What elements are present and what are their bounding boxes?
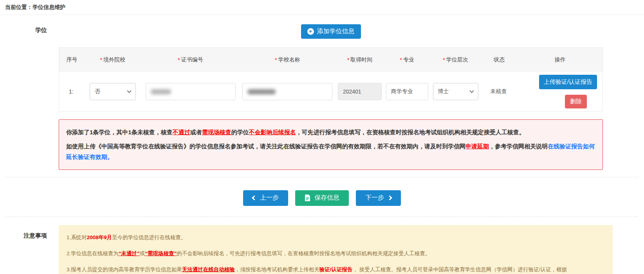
upload-report-button[interactable]: 上传验证/认证报告	[539, 75, 597, 89]
col-header-overseas: *境外院校	[83, 56, 142, 63]
chevron-down-icon	[469, 88, 474, 93]
breadcrumb: 当前位置：学位信息维护	[0, 0, 644, 15]
col-header-operation: 操作	[516, 56, 603, 63]
breadcrumb-label: 当前位置：学位信息维护	[5, 4, 65, 11]
add-degree-button-label: 添加学位信息	[317, 27, 355, 36]
degree-notice-box: 你添加了1条学位，其中1条未核查，核查不通过或者需现场核查的学位不会影响后续报名…	[59, 119, 603, 170]
degree-section: 学位 添加学位信息 序号 *境外院校 *证书编号 *学校名称 *取得时间 *专业…	[0, 24, 644, 170]
degree-level-select-value: 博士	[438, 88, 449, 95]
note-line-3: 3.报考人员提交的境内高等教育学历学位信息如果无法通过在线自动核验，须按报名地考…	[67, 266, 605, 274]
note-line-1: 1.系统对2008年9月至今的学位信息进行在线核查。	[67, 234, 605, 242]
note-line-2: 2.学位信息在线核查为“未通过”或“需现场核查”的不会影响后续报名，可先进行报考…	[67, 250, 605, 258]
degree-table-header: 序号 *境外院校 *证书编号 *学校名称 *取得时间 *专业 *学位层次 状态 …	[59, 48, 603, 72]
notes-box: 1.系统对2008年9月至今的学位信息进行在线核查。 2.学位信息在线核查为“未…	[59, 225, 613, 274]
save-info-button[interactable]: 保存信息	[295, 190, 349, 206]
notice-paragraph-1: 你添加了1条学位，其中1条未核查，核查不通过或者需现场核查的学位不会影响后续报名…	[66, 127, 595, 137]
overseas-select[interactable]: 否	[90, 83, 136, 100]
notes-section: 注意事项 1.系统对2008年9月至今的学位信息进行在线核查。 2.学位信息在线…	[0, 225, 644, 274]
table-row: 1: 否	[59, 72, 603, 111]
cert-no-input[interactable]	[146, 83, 236, 100]
next-step-label: 下一步	[365, 194, 384, 202]
status-badge: 未核查	[490, 88, 507, 95]
notes-section-content: 1.系统对2008年9月至今的学位信息进行在线核查。 2.学位信息在线核查为“未…	[59, 225, 603, 274]
major-input[interactable]: 商学专业	[386, 83, 428, 100]
notice-paragraph-2: 如使用上传《中国高等教育学位在线验证报告》的学位信息报名参加考试，请关注此在线验…	[66, 141, 595, 162]
prev-step-button[interactable]: 上一步	[243, 190, 288, 206]
col-header-school-name: *学校名称	[239, 56, 336, 63]
delete-button[interactable]: 删除	[565, 95, 587, 108]
add-degree-button[interactable]: 添加学位信息	[301, 24, 361, 39]
col-header-major: *专业	[384, 56, 431, 63]
chevron-down-icon	[127, 88, 131, 93]
redacted-school-name-value	[247, 89, 276, 94]
degree-level-select[interactable]: 博士	[433, 83, 478, 100]
dashed-divider-top	[6, 177, 638, 177]
school-name-input[interactable]	[242, 83, 332, 100]
chevron-right-icon	[387, 195, 392, 200]
plus-circle-icon	[307, 28, 314, 35]
notes-section-label: 注意事项	[0, 225, 47, 274]
degree-section-label: 学位	[0, 24, 47, 170]
col-header-obtain-time: *取得时间	[336, 56, 384, 63]
obtain-time-input-disabled: 202401	[338, 83, 382, 100]
operation-buttons: 上传验证/认证报告 删除	[516, 75, 603, 108]
degree-section-content: 添加学位信息 序号 *境外院校 *证书编号 *学校名称 *取得时间 *专业 *学…	[59, 24, 603, 170]
col-header-status: 状态	[480, 56, 516, 63]
file-document-icon	[305, 195, 310, 201]
col-header-degree-level: *学位层次	[431, 56, 481, 63]
next-step-button[interactable]: 下一步	[356, 190, 401, 206]
row-index: 1:	[59, 88, 83, 95]
prev-step-label: 上一步	[260, 194, 279, 202]
add-degree-row: 添加学位信息	[59, 24, 603, 39]
degree-table: 序号 *境外院校 *证书编号 *学校名称 *取得时间 *专业 *学位层次 状态 …	[59, 47, 603, 112]
wizard-nav-buttons: 上一步 保存信息 下一步	[0, 190, 644, 206]
redacted-cert-no-value	[151, 89, 171, 94]
col-header-index: 序号	[59, 56, 83, 63]
overseas-select-value: 否	[95, 88, 100, 95]
col-header-cert-no: *证书编号	[142, 56, 239, 63]
save-info-label: 保存信息	[314, 194, 339, 202]
chevron-left-icon	[252, 195, 257, 200]
dashed-divider-bottom	[6, 216, 638, 217]
